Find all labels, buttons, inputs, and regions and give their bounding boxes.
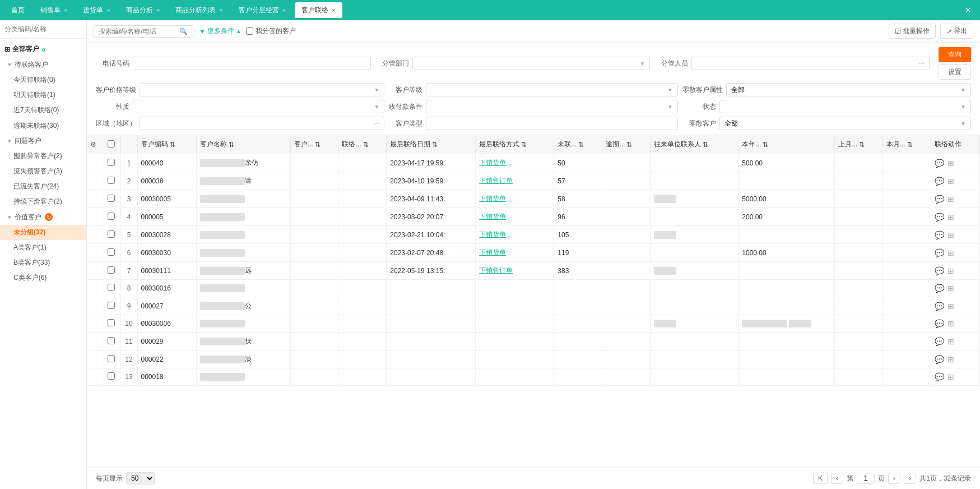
- row-checkbox-cell[interactable]: [104, 262, 120, 280]
- chat-icon[interactable]: 💬: [935, 195, 944, 204]
- last-method-link[interactable]: 下销货单: [479, 195, 506, 202]
- row-checkbox-cell[interactable]: [104, 315, 120, 333]
- grid-action-icon[interactable]: ⊞: [948, 248, 954, 257]
- last-method-link[interactable]: 下销货单: [479, 248, 506, 256]
- last-contact-method[interactable]: 下销货单: [476, 244, 554, 262]
- chat-icon[interactable]: 💬: [935, 302, 944, 311]
- grid-action-icon[interactable]: ⊞: [948, 302, 954, 311]
- grid-action-icon[interactable]: ⊞: [948, 266, 954, 275]
- page-number-input[interactable]: [857, 473, 875, 484]
- grid-action-icon[interactable]: ⊞: [948, 213, 954, 222]
- nav-customer-layer-close[interactable]: ×: [282, 7, 286, 13]
- row-checkbox[interactable]: [108, 355, 115, 362]
- nav-customer-contact[interactable]: 客户联络 ×: [295, 2, 342, 18]
- customer-grade-select[interactable]: ▼: [426, 83, 677, 96]
- price-grade-field[interactable]: [145, 86, 374, 94]
- row-checkbox[interactable]: [108, 159, 115, 166]
- row-checkbox[interactable]: [108, 266, 115, 274]
- last-contact-method[interactable]: 下销货单: [476, 190, 554, 208]
- row-checkbox[interactable]: [108, 284, 115, 291]
- last-method-link[interactable]: 下销售订单: [479, 177, 513, 184]
- chat-icon[interactable]: 💬: [935, 319, 944, 328]
- grid-action-icon[interactable]: ⊞: [948, 355, 954, 364]
- last-method-link[interactable]: 下销货单: [479, 230, 506, 238]
- toolbar-search-icon[interactable]: 🔍: [179, 27, 188, 35]
- nav-customer-layer[interactable]: 客户分层经营 ×: [232, 2, 292, 18]
- nav-home[interactable]: 首页: [4, 2, 31, 18]
- sidebar-item-churn-warning[interactable]: 流失预警客户(3): [0, 164, 86, 179]
- nav-product-analysis[interactable]: 商品分析 ×: [119, 2, 166, 18]
- overdue-column-header[interactable]: 逾期...⇅: [602, 135, 651, 154]
- last-method-link[interactable]: 下销售订单: [479, 266, 513, 274]
- row-checkbox-cell[interactable]: [104, 368, 120, 386]
- phone-field[interactable]: [138, 59, 366, 67]
- window-close-button[interactable]: ×: [960, 2, 976, 19]
- nature-select[interactable]: ▼: [133, 100, 384, 113]
- code-column-header[interactable]: 客户编码⇅: [137, 135, 197, 154]
- row-checkbox-cell[interactable]: [104, 280, 120, 297]
- search-input[interactable]: [99, 27, 177, 35]
- last-date-column-header[interactable]: 最后联络日期⇅: [387, 135, 476, 154]
- chat-icon[interactable]: 💬: [935, 266, 944, 275]
- nature-field[interactable]: [138, 103, 374, 110]
- settings-gear-icon[interactable]: ⚙: [90, 141, 96, 149]
- manager-dots[interactable]: ···: [919, 59, 925, 67]
- sidebar-item-tomorrow-pending[interactable]: 明天待联络(1): [0, 87, 86, 103]
- nav-sales[interactable]: 销售单 ×: [34, 2, 74, 18]
- customer-grade-field[interactable]: [431, 86, 667, 94]
- this-month-column-header[interactable]: 本月...⇅: [883, 135, 931, 154]
- reset-button[interactable]: 设置: [939, 64, 971, 80]
- pending-section-title[interactable]: ▼ 待联络客户: [0, 57, 86, 72]
- customer-type-select[interactable]: [426, 117, 677, 130]
- chat-icon[interactable]: 💬: [935, 159, 944, 168]
- checkbox-column-header[interactable]: [104, 135, 120, 154]
- more-conditions-button[interactable]: ▼ 更多条件 ▲: [199, 26, 241, 36]
- last-contact-method[interactable]: 下销货单: [476, 226, 554, 244]
- chat-icon[interactable]: 💬: [935, 337, 944, 346]
- contact-person-column-header[interactable]: 往来单位联系人⇅: [651, 135, 739, 154]
- my-customer-check[interactable]: [246, 27, 253, 35]
- row-checkbox-cell[interactable]: [104, 226, 120, 244]
- row-checkbox[interactable]: [108, 213, 115, 220]
- grid-action-icon[interactable]: ⊞: [948, 284, 954, 293]
- row-checkbox[interactable]: [108, 248, 115, 256]
- my-customer-checkbox[interactable]: 我分管的客户: [246, 26, 296, 36]
- row-checkbox-cell[interactable]: [104, 333, 120, 350]
- row-checkbox-cell[interactable]: [104, 244, 120, 262]
- batch-operation-button[interactable]: ☑ 批量操作: [889, 24, 936, 39]
- row-checkbox-cell[interactable]: [104, 190, 120, 208]
- chat-icon[interactable]: 💬: [935, 248, 944, 257]
- chat-icon[interactable]: 💬: [935, 355, 944, 364]
- nav-product-list-close[interactable]: ×: [219, 7, 222, 13]
- manager-field[interactable]: [696, 59, 919, 67]
- this-year-column-header[interactable]: 本年...⇅: [739, 135, 835, 154]
- nav-purchase-close[interactable]: ×: [106, 7, 110, 13]
- next-page-button[interactable]: ›: [888, 473, 900, 484]
- value-section-title[interactable]: ▼ 价值客户 ↻: [0, 210, 86, 225]
- last-method-column-header[interactable]: 最后联络方式⇅: [476, 135, 554, 154]
- last-contact-method[interactable]: [476, 315, 554, 333]
- row-checkbox[interactable]: [108, 230, 115, 238]
- problem-section-title[interactable]: ▼ 问题客户: [0, 133, 86, 149]
- status-field[interactable]: [724, 103, 960, 110]
- chat-icon[interactable]: 💬: [935, 284, 944, 293]
- grid-action-icon[interactable]: ⊞: [948, 319, 954, 328]
- prev-page-button[interactable]: ‹: [831, 473, 843, 484]
- chat-icon[interactable]: 💬: [935, 230, 944, 239]
- retail-customer-select[interactable]: ▼: [719, 117, 971, 130]
- type-column-header[interactable]: 客户...⇅: [290, 135, 338, 154]
- refresh-badge[interactable]: ↻: [45, 213, 53, 221]
- retail-attr-field[interactable]: [731, 86, 960, 94]
- nav-customer-contact-close[interactable]: ×: [332, 7, 335, 13]
- grid-action-icon[interactable]: ⊞: [948, 177, 954, 186]
- grid-action-icon[interactable]: ⊞: [948, 230, 954, 239]
- nav-sales-close[interactable]: ×: [64, 7, 67, 13]
- last-contact-method[interactable]: [476, 350, 554, 368]
- row-checkbox-cell[interactable]: [104, 208, 120, 226]
- contact-column-header[interactable]: 联络...⇅: [338, 135, 387, 154]
- chat-icon[interactable]: 💬: [935, 372, 944, 381]
- last-contact-method[interactable]: 下销货单: [476, 208, 554, 226]
- retail-customer-field[interactable]: [724, 119, 960, 127]
- row-checkbox-cell[interactable]: [104, 350, 120, 368]
- row-checkbox[interactable]: [108, 177, 115, 184]
